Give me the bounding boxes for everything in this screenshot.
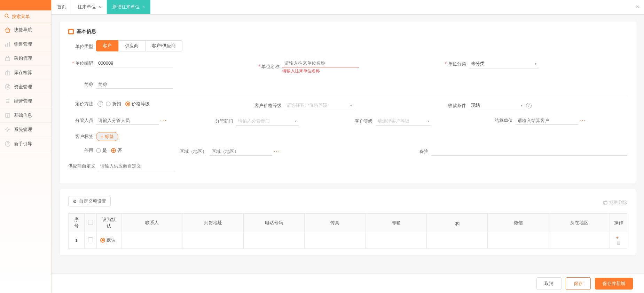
qq-input[interactable] (430, 238, 484, 243)
settlement-more-button[interactable]: ··· (578, 117, 588, 124)
customer-tag-field: 客户标签 + 标签 (68, 132, 627, 141)
unit-type-group: 客户 供应商 客户/供应商 (96, 40, 182, 51)
department-field: 分管部门 请输入分管部门 ▾ (208, 116, 348, 126)
sidebar-item-guide[interactable]: ? 新手引导 (0, 137, 51, 151)
row-address[interactable] (182, 232, 243, 249)
unit-btn-supplier[interactable]: 供应商 (118, 40, 145, 51)
svg-point-16 (7, 114, 8, 115)
row-fax[interactable] (305, 232, 366, 249)
pricing-radio-group: 折扣 价格等级 (106, 101, 150, 107)
add-row-button[interactable]: + (616, 235, 619, 240)
custom-settings-button[interactable]: ⚙ 自定义项设置 (68, 196, 111, 206)
tab-partners[interactable]: 往来单位 × (72, 0, 107, 14)
sidebar-item-finance[interactable]: ¥ 资金管理 (0, 80, 51, 94)
sidebar-item-inventory[interactable]: 库存核算 (0, 66, 51, 80)
sidebar-search[interactable]: 搜索菜单 (0, 10, 51, 23)
disabled-field: 停用 是 否 (68, 147, 180, 154)
address-input[interactable] (186, 238, 239, 243)
manager-field: 分管人员 ··· (68, 116, 208, 125)
sidebar-item-system[interactable]: 系统管理 (0, 123, 51, 137)
col-checkbox (84, 214, 96, 232)
fax-input[interactable] (308, 238, 362, 243)
sidebar-item-sales[interactable]: 销售管理 (0, 37, 51, 51)
col-qq: qq (426, 214, 488, 232)
col-phone: 电话号码 (243, 214, 304, 232)
gear-icon (4, 126, 11, 133)
save-button[interactable]: 保存 (566, 277, 591, 290)
save-and-new-button[interactable]: 保存并新增 (595, 278, 633, 290)
row-contact[interactable] (121, 232, 182, 249)
unit-code-input[interactable] (96, 59, 173, 67)
chevron-down-icon: ▾ (350, 104, 352, 107)
wechat-input[interactable] (491, 238, 545, 243)
pricing-radio-discount[interactable]: 折扣 (106, 101, 121, 107)
sidebar-top-bar (0, 0, 51, 10)
info-icon (4, 112, 11, 119)
add-tag-label: 标签 (105, 133, 114, 140)
pricing-discount-label: 折扣 (112, 101, 121, 107)
sidebar-item-purchase[interactable]: 采购管理 (0, 51, 51, 66)
section-title: 基本信息 (77, 29, 96, 35)
customer-level-placeholder: 请选择客户等级 (378, 118, 427, 124)
manager-row: 分管人员 ··· 分管部门 请输入分管部门 ▾ 客户等级 请选择客户等级 ▾ (68, 116, 627, 126)
tab-new-partner[interactable]: 新增往来单位 × (107, 0, 150, 14)
row-email[interactable] (366, 232, 426, 249)
remark-input[interactable] (431, 147, 627, 156)
tab-close-all-button[interactable]: × (631, 0, 644, 14)
unit-type-row: 单位类型 客户 供应商 客户/供应商 (68, 40, 627, 53)
delete-row-button[interactable]: 🗑 (616, 240, 621, 245)
add-tag-button[interactable]: + 标签 (96, 132, 118, 141)
home-icon (4, 26, 11, 33)
settlement-input[interactable] (516, 116, 578, 125)
col-wechat: 微信 (488, 214, 549, 232)
tab-home[interactable]: 首页 (52, 0, 72, 14)
unit-category-select[interactable]: 未分类 ▾ (469, 59, 539, 68)
row-checkbox-box[interactable] (88, 237, 93, 242)
department-select[interactable]: 请输入分管部门 ▾ (236, 116, 299, 126)
sidebar: 搜索菜单 快捷导航 销售管理 采购管理 库存核算 ¥ 资金管理 经营管理 (0, 0, 52, 293)
sidebar-item-quick-nav[interactable]: 快捷导航 (0, 23, 51, 37)
batch-delete-label[interactable]: 批量删除 (609, 200, 627, 206)
department-placeholder: 请输入分管部门 (238, 118, 295, 124)
unit-btn-customer[interactable]: 客户 (96, 40, 118, 51)
unit-name-input[interactable] (282, 59, 359, 67)
supplier-custom-label: 供应商自定义 (68, 163, 98, 169)
tab-partners-close[interactable]: × (99, 5, 101, 9)
row-wechat[interactable] (488, 232, 549, 249)
svg-rect-4 (7, 43, 8, 47)
short-name-input[interactable] (96, 80, 173, 89)
list-icon (4, 98, 11, 105)
email-input[interactable] (369, 238, 423, 243)
contact-input[interactable] (125, 238, 179, 243)
pricing-help-icon[interactable]: ? (97, 101, 103, 107)
disabled-radio-yes[interactable]: 是 (96, 147, 107, 154)
payment-terms-select[interactable]: 现结 ▾ (469, 101, 525, 110)
phone-input[interactable] (247, 238, 301, 243)
svg-rect-20 (69, 30, 73, 33)
header-checkbox[interactable] (88, 220, 93, 225)
payment-help-icon[interactable]: ? (526, 103, 532, 108)
sidebar-item-operations[interactable]: 经营管理 (0, 94, 51, 108)
customer-level-select[interactable]: 请选择客户等级 ▾ (376, 116, 431, 126)
cancel-button[interactable]: 取消 (536, 277, 561, 290)
sidebar-item-basic[interactable]: 基础信息 (0, 108, 51, 123)
guide-icon: ? (4, 140, 11, 147)
disabled-row: 停用 是 否 区域（地区） ··· (68, 147, 627, 156)
region-input[interactable] (210, 147, 272, 156)
manager-input[interactable] (96, 116, 159, 125)
row-phone[interactable] (243, 232, 304, 249)
pricing-radio-level[interactable]: 价格等级 (125, 101, 150, 107)
region-more-button[interactable]: ··· (272, 148, 282, 155)
tab-new-partner-close[interactable]: × (142, 5, 145, 9)
customer-price-level-placeholder: 请选择客户价格等级 (286, 102, 350, 108)
supplier-custom-input[interactable] (98, 162, 175, 170)
row-region[interactable] (549, 232, 610, 249)
disabled-radio-no[interactable]: 否 (111, 147, 122, 154)
default-label: 默认 (107, 237, 116, 243)
manager-more-button[interactable]: ··· (159, 117, 168, 124)
customer-price-level-select[interactable]: 请选择客户价格等级 ▾ (284, 101, 354, 110)
row-default-radio[interactable]: 默认 (100, 237, 118, 243)
unit-btn-both[interactable]: 客户/供应商 (145, 40, 182, 51)
region-select-input[interactable] (552, 238, 606, 243)
row-qq[interactable] (426, 232, 488, 249)
